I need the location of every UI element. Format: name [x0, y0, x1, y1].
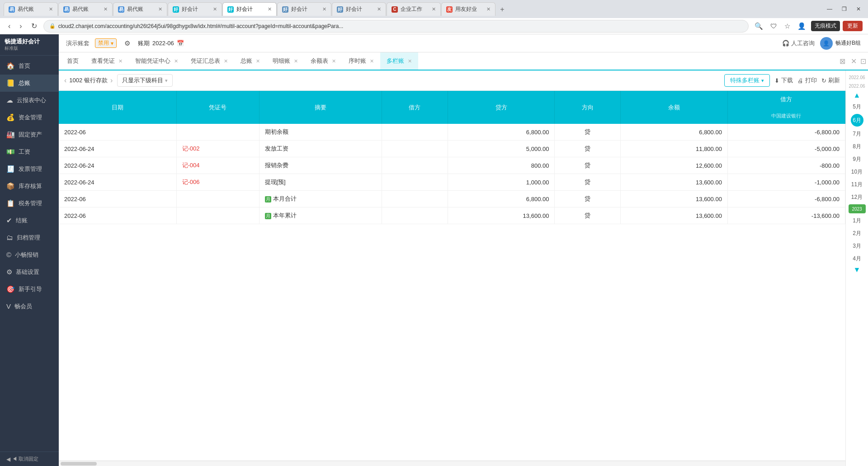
tab-home[interactable]: 首页: [61, 52, 85, 71]
tab-4[interactable]: 好 好会计 ✕: [168, 2, 222, 16]
sidebar-pin-button[interactable]: ◀ ◀ 取消固定: [0, 452, 59, 466]
tab-multi-column[interactable]: 多栏账 ✕: [380, 52, 418, 71]
sidebar-item-cloud-reports[interactable]: ☁ 云报表中心: [0, 92, 59, 109]
voucher-link[interactable]: 记-006: [182, 179, 200, 185]
close-pane-icon[interactable]: ✕: [851, 57, 857, 66]
sidebar-item-expense[interactable]: © 小畅报销: [0, 246, 59, 264]
prev-account-button[interactable]: ‹: [64, 76, 66, 85]
month-item-apr[interactable]: 4月: [849, 253, 865, 264]
tab-1[interactable]: 易 易代账 ✕: [4, 2, 58, 16]
tab-close-6[interactable]: ✕: [322, 6, 326, 12]
month-item-jun[interactable]: 6月: [851, 114, 863, 127]
sidebar-item-member[interactable]: V 畅会员: [0, 298, 59, 315]
special-multi-column-button[interactable]: 特殊多栏账 ▾: [724, 74, 770, 87]
profile-icon[interactable]: 👤: [795, 21, 808, 32]
tab-close-2[interactable]: ✕: [104, 6, 108, 12]
tab-voucher-summary-close[interactable]: ✕: [224, 58, 228, 64]
tab-detail-ledger-close[interactable]: ✕: [294, 58, 298, 64]
tab-close-8[interactable]: ✕: [432, 6, 436, 12]
horizontal-scrollbar[interactable]: [59, 461, 845, 466]
new-tab-button[interactable]: +: [496, 3, 509, 16]
tab-smart-voucher-close[interactable]: ✕: [174, 58, 178, 64]
tab-9[interactable]: 友 用友好业 ✕: [441, 2, 495, 16]
tab-chrono-ledger[interactable]: 序时账 ✕: [342, 52, 380, 71]
tab-collapse-button[interactable]: ⊠: [836, 57, 849, 66]
month-item-may[interactable]: 5月: [849, 101, 865, 112]
print-button[interactable]: 🖨 打印: [797, 76, 817, 85]
consult-button[interactable]: 🎧 人工咨询: [782, 39, 815, 47]
search-icon[interactable]: 🔍: [752, 21, 765, 32]
scroll-up-button[interactable]: ▲: [854, 91, 861, 99]
settings-gear-icon[interactable]: ⚙: [122, 38, 132, 49]
month-item-sep[interactable]: 9月: [849, 154, 865, 165]
tab-view-voucher-close[interactable]: ✕: [118, 58, 123, 64]
maximize-button[interactable]: ❒: [838, 3, 850, 15]
tab-6[interactable]: 好 好会计 ✕: [277, 2, 331, 16]
sidebar-item-invoice[interactable]: 🧾 发票管理: [0, 160, 59, 178]
wufeng-mode-button[interactable]: 无痕模式: [811, 21, 840, 31]
tab-2[interactable]: 易 易代账 ✕: [58, 2, 113, 16]
month-item-aug[interactable]: 8月: [849, 141, 865, 152]
star-icon[interactable]: ☆: [782, 21, 793, 32]
month-item-feb[interactable]: 2月: [849, 228, 865, 239]
sidebar-item-home[interactable]: 🏠 首页: [0, 57, 59, 75]
tab-balance[interactable]: 余额表 ✕: [304, 52, 342, 71]
sidebar-item-ledger[interactable]: 📒 总账: [0, 75, 59, 92]
tab-close-1[interactable]: ✕: [49, 6, 53, 12]
tab-icon-1: 易: [9, 6, 15, 13]
tab-close-4[interactable]: ✕: [213, 6, 217, 12]
shield-icon[interactable]: 🛡: [768, 21, 779, 31]
tab-5[interactable]: 好 好会计 ✕: [222, 2, 277, 16]
tab-close-3[interactable]: ✕: [158, 6, 162, 12]
month-item-jan[interactable]: 1月: [849, 215, 865, 226]
sidebar-item-close-account[interactable]: ✔ 结账: [0, 212, 59, 229]
scrollbar-thumb[interactable]: [61, 462, 97, 466]
tab-3[interactable]: 易 易代账 ✕: [113, 2, 167, 16]
user-info[interactable]: 👤 畅通好B组: [820, 37, 861, 50]
calendar-icon[interactable]: 📅: [177, 40, 184, 47]
sidebar-item-inventory[interactable]: 📦 库存核算: [0, 178, 59, 195]
tab-detail-ledger[interactable]: 明细账 ✕: [266, 52, 304, 71]
update-button[interactable]: 更新: [843, 21, 863, 31]
back-button[interactable]: ‹: [5, 21, 13, 31]
filter-dropdown[interactable]: 只显示下级科目 ▾: [117, 74, 173, 87]
month-item-nov[interactable]: 11月: [849, 179, 865, 190]
forward-button[interactable]: ›: [17, 21, 24, 31]
month-item-oct[interactable]: 10月: [849, 166, 865, 177]
sidebar-item-fixed-assets[interactable]: 🏭 固定资产: [0, 126, 59, 143]
month-item-jul[interactable]: 7月: [849, 128, 865, 139]
scroll-down-button[interactable]: ▼: [854, 266, 861, 274]
tab-general-ledger[interactable]: 总账 ✕: [234, 52, 266, 71]
tab-chrono-ledger-close[interactable]: ✕: [370, 58, 374, 64]
tab-multi-column-close[interactable]: ✕: [408, 58, 412, 64]
close-button[interactable]: ✕: [853, 3, 864, 15]
refresh-button[interactable]: ↻ 刷新: [821, 76, 840, 85]
minimize-button[interactable]: —: [824, 3, 835, 15]
tab-view-voucher[interactable]: 查看凭证 ✕: [85, 52, 129, 71]
expand-pane-icon[interactable]: ⊡: [860, 57, 866, 66]
account-navigation: ‹ 1002 银行存款 ›: [64, 76, 113, 85]
tab-voucher-summary[interactable]: 凭证汇总表 ✕: [184, 52, 234, 71]
tab-close-9[interactable]: ✕: [486, 6, 491, 12]
sidebar-item-guide[interactable]: 🎯 新手引导: [0, 281, 59, 298]
tab-smart-voucher[interactable]: 智能凭证中心 ✕: [129, 52, 184, 71]
sidebar-item-archive[interactable]: 🗂 归档管理: [0, 229, 59, 246]
sidebar-item-tax[interactable]: 📋 税务管理: [0, 195, 59, 212]
sidebar-item-funds[interactable]: 💰 资金管理: [0, 109, 59, 126]
voucher-link[interactable]: 记-004: [182, 162, 200, 169]
tab-7[interactable]: 好 好会计 ✕: [332, 2, 386, 16]
month-item-mar[interactable]: 3月: [849, 240, 865, 251]
sidebar-item-settings[interactable]: ⚙ 基础设置: [0, 264, 59, 281]
reload-button[interactable]: ↻: [28, 21, 40, 31]
voucher-link[interactable]: 记-002: [182, 145, 200, 152]
sidebar-item-payroll[interactable]: 💵 工资: [0, 143, 59, 160]
download-button[interactable]: ⬇ 下载: [774, 76, 793, 85]
month-item-dec[interactable]: 12月: [849, 192, 865, 202]
url-bar[interactable]: 🔒 cloud2.chanjet.com/accounting/uh26t264…: [43, 20, 749, 33]
tab-8[interactable]: C 企业工作 ✕: [387, 2, 441, 16]
tab-general-ledger-close[interactable]: ✕: [256, 58, 260, 64]
tab-close-7[interactable]: ✕: [377, 6, 381, 12]
next-account-button[interactable]: ›: [110, 76, 113, 85]
tab-balance-close[interactable]: ✕: [332, 58, 336, 64]
tab-close-5[interactable]: ✕: [268, 6, 272, 12]
